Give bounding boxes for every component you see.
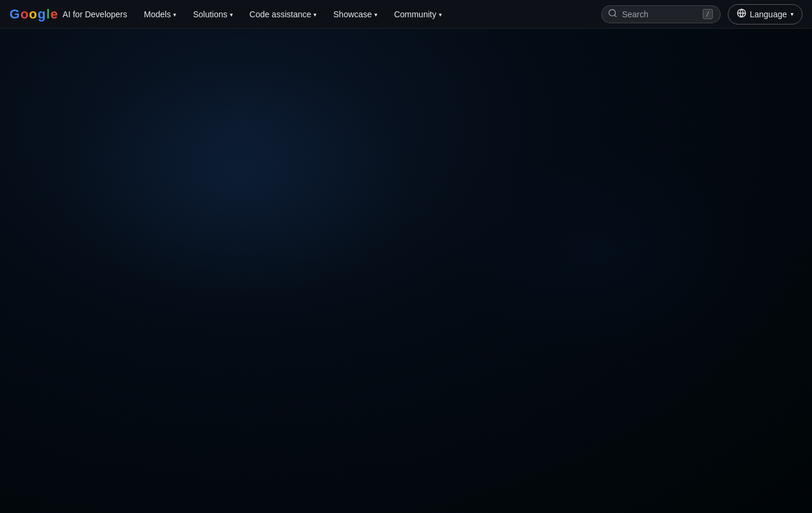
logo-letter-o2: o (29, 8, 37, 21)
google-logo: Google (10, 8, 58, 21)
chevron-down-icon-solutions: ▾ (230, 11, 233, 18)
language-chevron-icon: ▾ (791, 11, 793, 17)
nav-items: Models ▾ Solutions ▾ Code assistance ▾ S… (137, 6, 601, 23)
nav-label-code-assistance: Code assistance (250, 10, 312, 19)
nav-item-code-assistance[interactable]: Code assistance ▾ (242, 6, 324, 23)
language-button[interactable]: Language ▾ (728, 4, 802, 24)
nav-label-models: Models (144, 10, 171, 19)
search-icon (608, 8, 617, 20)
nav-label-showcase: Showcase (333, 10, 372, 19)
globe-icon (737, 8, 746, 20)
navbar: Google AI for Developers Models ▾ Soluti… (0, 0, 812, 29)
chevron-down-icon-code-assistance: ▾ (313, 11, 316, 18)
nav-label-community: Community (394, 10, 436, 19)
logo-link[interactable]: Google AI for Developers (10, 8, 127, 21)
language-label: Language (750, 10, 787, 19)
logo-tagline: AI for Developers (63, 10, 127, 19)
logo-letter-l: l (46, 8, 50, 21)
chevron-down-icon-community: ▾ (439, 11, 442, 18)
chevron-down-icon-showcase: ▾ (374, 11, 377, 18)
logo-letter-g: G (10, 8, 20, 21)
chevron-down-icon-models: ▾ (173, 11, 176, 18)
search-placeholder: Search (622, 10, 698, 19)
nav-item-community[interactable]: Community ▾ (387, 6, 449, 23)
bg-glow-2 (454, 148, 752, 357)
logo-letter-e: e (51, 8, 58, 21)
logo-letter-o1: o (20, 8, 28, 21)
nav-item-solutions[interactable]: Solutions ▾ (186, 6, 240, 23)
bg-glow-1 (60, 59, 418, 297)
search-bar[interactable]: Search / (601, 5, 721, 23)
nav-item-models[interactable]: Models ▾ (137, 6, 183, 23)
svg-line-1 (614, 15, 616, 17)
nav-item-showcase[interactable]: Showcase ▾ (326, 6, 385, 23)
logo-letter-g2: g (38, 8, 45, 21)
search-shortcut: / (703, 9, 713, 19)
main-content (0, 29, 812, 513)
nav-label-solutions: Solutions (193, 10, 227, 19)
